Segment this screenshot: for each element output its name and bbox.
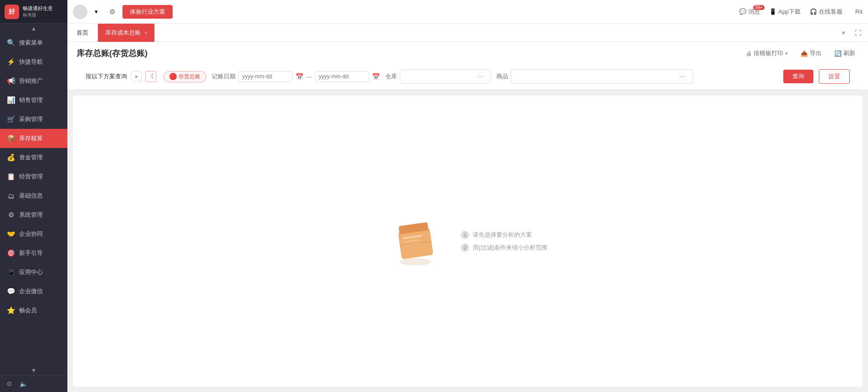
sidebar-item-label: 畅会员 <box>19 306 37 315</box>
sidebar-item-finance[interactable]: 💰 资金管理 <box>0 148 67 167</box>
system-icon: ⚙ <box>6 210 15 219</box>
sidebar-item-label: 采购管理 <box>19 115 43 123</box>
sidebar-item-newguide[interactable]: 🎯 新手引导 <box>0 244 67 263</box>
refresh-label: 刷新 <box>843 49 855 57</box>
sidebar-item-label: 库存核算 <box>19 134 43 143</box>
coop-icon: 🤝 <box>6 229 15 239</box>
goods-select[interactable]: ··· <box>511 69 693 84</box>
date-filter-group: 记账日期 📅 — 📅 <box>212 71 380 82</box>
settings-button[interactable]: 设置 <box>819 69 850 84</box>
headset-icon: 🎧 <box>810 8 817 15</box>
finance-icon: 💰 <box>6 153 15 162</box>
tabs-right-controls: × ⛶ <box>837 26 868 39</box>
sidebar-item-label: 经营管理 <box>19 173 43 181</box>
sidebar-item-sales[interactable]: 📊 销售管理 <box>0 91 67 110</box>
step-1-num: 1 <box>461 231 469 239</box>
tab-close-panel-btn[interactable]: × <box>837 26 850 39</box>
expand-icon: ⛶ <box>855 29 861 36</box>
sidebar-item-label: 系统管理 <box>19 211 43 219</box>
user-dropdown[interactable]: ▾ <box>91 6 102 17</box>
topbar-user <box>73 5 87 19</box>
date-start-input[interactable] <box>238 71 293 82</box>
corpwx-icon: 💬 <box>6 287 15 296</box>
empty-text-container: 1 请先选择要分析的方案 2 用[过滤]条件来缩小分析范围 <box>461 231 547 252</box>
sidebar-item-corpwx[interactable]: 💬 企业微信 <box>0 282 67 301</box>
print-icon: 🖨 <box>746 50 752 57</box>
topbar-right: 💬 消息 99+ 📱 App下载 🎧 在线客服 Rit <box>739 8 863 16</box>
search-icon: 🔍 <box>6 38 15 47</box>
tab-inventory-ledger[interactable]: 库存成本总账 × <box>98 24 155 42</box>
sidebar-item-label: 应用中心 <box>19 268 43 276</box>
sales-icon: 📊 <box>6 96 15 105</box>
tab-close-btn[interactable]: × <box>144 30 147 36</box>
warehouse-select[interactable]: ··· <box>400 69 491 84</box>
sidebar-scroll-up[interactable]: ▲ <box>0 24 67 33</box>
marketing-icon: 📢 <box>6 76 15 86</box>
filter-collapse-btn[interactable]: 《 <box>145 71 156 82</box>
topbar-message[interactable]: 💬 消息 99+ <box>739 8 760 16</box>
tab-label: 库存成本总账 <box>105 29 141 37</box>
appcenter-icon: 📱 <box>6 268 15 277</box>
svg-point-0 <box>399 258 431 265</box>
empty-step-1: 1 请先选择要分析的方案 <box>461 231 547 239</box>
sidebar-settings-btn[interactable]: ⚙ <box>6 380 12 387</box>
sidebar-item-label: 搜索菜单 <box>19 39 43 47</box>
filter-add-btn[interactable]: + <box>131 71 142 82</box>
member-icon: ⭐ <box>6 306 15 315</box>
scheme-tag-label: 存货总账 <box>179 73 200 81</box>
message-icon: 💬 <box>739 8 746 15</box>
username-text: Rit <box>855 8 863 15</box>
calendar-end-icon[interactable]: 📅 <box>372 73 380 80</box>
refresh-icon: 🔄 <box>834 50 842 57</box>
sidebar-item-search[interactable]: 🔍 搜索菜单 <box>0 33 67 52</box>
sidebar-item-basics[interactable]: 🗂 基础信息 <box>0 186 67 205</box>
tab-home[interactable]: 首页 <box>67 24 98 42</box>
industry-btn[interactable]: 体验行业方案 <box>123 5 173 19</box>
date-filter-label: 记账日期 <box>212 72 235 81</box>
calendar-start-icon[interactable]: 📅 <box>296 73 303 80</box>
sidebar-item-system[interactable]: ⚙ 系统管理 <box>0 205 67 224</box>
app-logo-text: 畅捷通好生意 标准版 <box>23 5 53 18</box>
sidebar-item-operations[interactable]: 📋 经营管理 <box>0 167 67 186</box>
chevron-down-icon: ▾ <box>95 8 98 15</box>
warehouse-filter-group: 仓库 ··· <box>385 69 491 84</box>
sidebar-item-label: 营销推广 <box>19 77 43 85</box>
sidebar: 好 畅捷通好生意 标准版 ▲ 🔍 搜索菜单 ⚡ 快捷导航 📢 营销推广 📊 销售… <box>0 0 67 392</box>
tab-home-label: 首页 <box>77 29 88 37</box>
filter-row: 按以下方案查询 + 《 🔴 存货总账 记账日期 📅 — 📅 <box>77 65 859 90</box>
tab-expand-btn[interactable]: ⛶ <box>852 26 864 39</box>
app-download-label: App下载 <box>778 8 801 16</box>
sidebar-item-quicknav[interactable]: ⚡ 快捷导航 <box>0 52 67 71</box>
sidebar-scroll-down[interactable]: ▼ <box>0 366 67 375</box>
sidebar-item-marketing[interactable]: 📢 营销推广 <box>0 71 67 91</box>
newguide-icon: 🎯 <box>6 249 15 258</box>
scheme-tag[interactable]: 🔴 存货总账 <box>163 71 206 82</box>
query-button[interactable]: 查询 <box>783 70 813 83</box>
close-icon: × <box>842 29 845 36</box>
sidebar-audio-btn[interactable]: 🔈 <box>20 380 27 387</box>
export-btn[interactable]: 📤 导出 <box>797 47 825 59</box>
goods-more-icon[interactable]: ··· <box>677 71 688 81</box>
sidebar-item-coop[interactable]: 🤝 企业协同 <box>0 224 67 244</box>
warehouse-more-icon[interactable]: ··· <box>475 71 486 81</box>
print-btn[interactable]: 🖨 按模板打印 ▾ <box>742 47 791 59</box>
sidebar-item-purchase[interactable]: 🛒 采购管理 <box>0 110 67 129</box>
inventory-icon: 📦 <box>6 134 15 143</box>
topbar-username[interactable]: Rit <box>855 8 863 15</box>
sidebar-item-label: 企业协同 <box>19 230 43 238</box>
online-service-label: 在线客服 <box>819 8 842 16</box>
topbar-app-download[interactable]: 📱 App下载 <box>769 8 801 16</box>
empty-state: 1 请先选择要分析的方案 2 用[过滤]条件来缩小分析范围 <box>73 96 863 387</box>
basics-icon: 🗂 <box>6 191 15 200</box>
date-end-input[interactable] <box>315 71 369 82</box>
topbar-online-service[interactable]: 🎧 在线客服 <box>810 8 842 16</box>
page-header-actions: 🖨 按模板打印 ▾ 📤 导出 🔄 刷新 <box>742 47 859 59</box>
sidebar-item-appcenter[interactable]: 📱 应用中心 <box>0 263 67 282</box>
page-title-row: 库存总账(存货总账) 🖨 按模板打印 ▾ 📤 导出 🔄 刷新 <box>77 47 859 59</box>
refresh-btn[interactable]: 🔄 刷新 <box>831 47 859 59</box>
sidebar-item-inventory[interactable]: 📦 库存核算 <box>0 129 67 148</box>
sidebar-item-member[interactable]: ⭐ 畅会员 <box>0 301 67 320</box>
topbar-settings-btn[interactable]: ⚙ <box>105 5 119 19</box>
empty-svg-illustration <box>388 214 443 269</box>
tabs-bar: 首页 库存成本总账 × × ⛶ <box>67 24 868 42</box>
